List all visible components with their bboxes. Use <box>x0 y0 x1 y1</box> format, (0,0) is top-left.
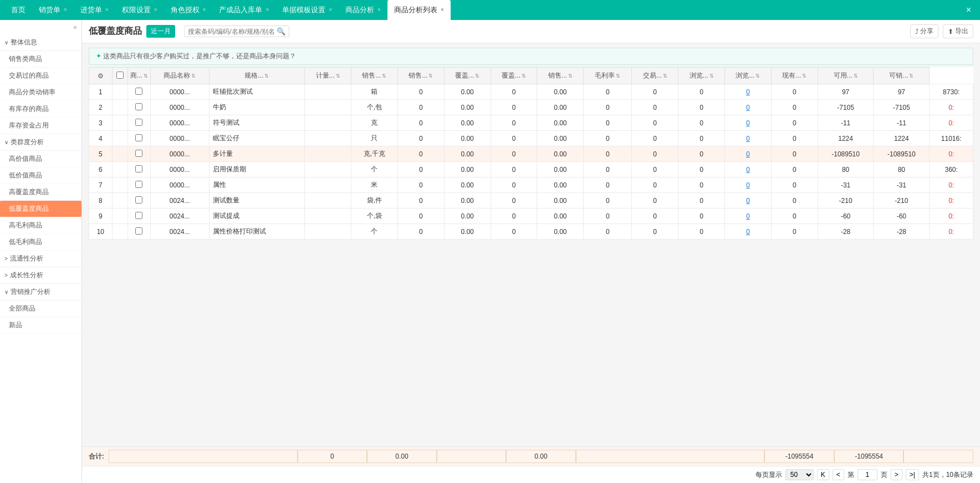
sidebar-item-in-stock[interactable]: 有库存的商品 <box>0 101 81 118</box>
row-settings[interactable] <box>112 193 127 209</box>
row-checkbox[interactable] <box>135 150 142 157</box>
per-page-select[interactable]: 50 10 20 100 <box>785 469 814 480</box>
row-settings[interactable] <box>112 209 127 224</box>
table-container[interactable]: ⚙ 商...⇅ 商品名称⇅ 规格...⇅ 计量...⇅ 销售...⇅ 销售...… <box>89 67 973 446</box>
sidebar-item-high-value[interactable]: 高价值商品 <box>0 151 81 167</box>
row-settings[interactable] <box>112 162 127 177</box>
sidebar-toggle[interactable]: « <box>0 20 81 34</box>
search-icon[interactable]: 🔍 <box>277 27 285 35</box>
nav-template[interactable]: 单据模板设置 × <box>275 0 339 20</box>
row-settings[interactable] <box>112 84 127 100</box>
row-checkbox[interactable] <box>135 212 142 219</box>
col-trans[interactable]: 交易...⇅ <box>632 68 678 84</box>
sidebar-section-growth[interactable]: > 成长性分析 <box>0 267 81 284</box>
row-browse1[interactable]: 0 <box>724 115 771 131</box>
row-check[interactable] <box>127 209 150 224</box>
select-all-checkbox[interactable] <box>116 72 124 79</box>
row-check[interactable] <box>127 100 150 115</box>
col-saleable[interactable]: 可销...⇅ <box>874 68 930 84</box>
nav-roles-close[interactable]: × <box>203 0 206 20</box>
sidebar-item-traded-goods[interactable]: 交易过的商品 <box>0 68 81 84</box>
row-check[interactable] <box>127 193 150 209</box>
row-browse1[interactable]: 0 <box>724 162 771 177</box>
col-sales-amt[interactable]: 销售...⇅ <box>397 68 444 84</box>
search-input[interactable] <box>188 28 277 35</box>
row-checkbox[interactable] <box>135 181 142 188</box>
col-available[interactable]: 可用...⇅ <box>818 68 874 84</box>
row-browse1[interactable]: 0 <box>724 177 771 193</box>
date-filter-button[interactable]: 近一月 <box>146 25 175 38</box>
col-gross[interactable]: 毛利率⇅ <box>584 68 632 84</box>
row-checkbox[interactable] <box>135 196 142 204</box>
row-check[interactable] <box>127 115 150 131</box>
nav-inventory-close[interactable]: × <box>266 0 269 20</box>
row-browse1[interactable]: 0 <box>724 100 771 115</box>
row-browse1[interactable]: 0 <box>724 131 771 146</box>
nav-sales-close[interactable]: × <box>64 0 67 20</box>
row-checkbox[interactable] <box>135 165 142 172</box>
nav-analysis[interactable]: 商品分析 × <box>339 0 387 20</box>
row-check[interactable] <box>127 146 150 162</box>
col-cover2[interactable]: 覆盖...⇅ <box>491 68 537 84</box>
col-sales2[interactable]: 销售...⇅ <box>537 68 584 84</box>
nav-template-close[interactable]: × <box>329 0 332 20</box>
sidebar-section-marketing[interactable]: ∨ 营销推广分析 <box>0 284 81 301</box>
col-sales-qty[interactable]: 销售...⇅ <box>351 68 397 84</box>
first-page-button[interactable]: K <box>817 469 829 480</box>
row-settings[interactable] <box>112 115 127 131</box>
nav-inventory[interactable]: 产成品入库单 × <box>212 0 275 20</box>
sidebar-section-overall[interactable]: ∨ 整体信息 <box>0 34 81 51</box>
col-current[interactable]: 现有...⇅ <box>771 68 818 84</box>
window-close-button[interactable]: × <box>962 5 976 15</box>
prev-page-button[interactable]: < <box>833 469 844 480</box>
page-input[interactable] <box>858 469 877 480</box>
row-settings[interactable] <box>112 146 127 162</box>
row-checkbox[interactable] <box>135 119 142 126</box>
sidebar-item-category-rate[interactable]: 商品分类动销率 <box>0 84 81 101</box>
nav-analysis-close[interactable]: × <box>377 0 381 20</box>
row-settings[interactable] <box>112 224 127 240</box>
nav-permissions[interactable]: 权限设置 × <box>115 0 164 20</box>
row-checkbox[interactable] <box>135 134 142 141</box>
sidebar-item-high-margin[interactable]: 高毛利商品 <box>0 217 81 234</box>
row-browse1[interactable]: 0 <box>724 209 771 224</box>
row-checkbox[interactable] <box>135 88 142 95</box>
export-button[interactable]: ⬆ 导出 <box>943 24 973 38</box>
sidebar-item-low-coverage[interactable]: 低覆盖度商品 <box>0 201 81 217</box>
next-page-button[interactable]: > <box>891 469 902 480</box>
nav-home[interactable]: 首页 <box>4 0 32 20</box>
row-browse1[interactable]: 0 <box>724 224 771 240</box>
sidebar-item-low-value[interactable]: 低价值商品 <box>0 167 81 184</box>
row-check[interactable] <box>127 162 150 177</box>
sidebar-section-cluster[interactable]: ∨ 类群度分析 <box>0 134 81 151</box>
nav-purchase[interactable]: 进货单 × <box>74 0 115 20</box>
row-settings[interactable] <box>112 131 127 146</box>
row-browse1[interactable]: 0 <box>724 84 771 100</box>
sidebar-item-sales-goods[interactable]: 销售类商品 <box>0 51 81 68</box>
nav-analysis-list[interactable]: 商品分析列表 × <box>387 0 451 20</box>
col-browse1[interactable]: 浏览...⇅ <box>678 68 725 84</box>
col-name[interactable]: 商品名称⇅ <box>150 68 209 84</box>
row-checkbox[interactable] <box>135 103 142 110</box>
nav-analysis-list-close[interactable]: × <box>441 0 444 20</box>
sidebar-item-low-margin[interactable]: 低毛利商品 <box>0 234 81 251</box>
col-spec[interactable]: 规格...⇅ <box>209 68 304 84</box>
last-page-button[interactable]: >| <box>906 469 919 480</box>
sidebar-section-liquidity[interactable]: > 流通性分析 <box>0 251 81 267</box>
row-check[interactable] <box>127 131 150 146</box>
row-checkbox[interactable] <box>135 227 142 235</box>
col-browse2[interactable]: 浏览...⇅ <box>724 68 771 84</box>
sidebar-item-capital[interactable]: 库存资金占用 <box>0 118 81 134</box>
row-check[interactable] <box>127 224 150 240</box>
col-cover1[interactable]: 覆盖...⇅ <box>444 68 491 84</box>
sidebar-item-high-coverage[interactable]: 高覆盖度商品 <box>0 184 81 201</box>
nav-purchase-close[interactable]: × <box>105 0 109 20</box>
nav-roles[interactable]: 角色授权 × <box>164 0 213 20</box>
row-check[interactable] <box>127 177 150 193</box>
row-browse1[interactable]: 0 <box>724 193 771 209</box>
col-settings[interactable]: ⚙ <box>89 68 113 84</box>
row-settings[interactable] <box>112 177 127 193</box>
row-check[interactable] <box>127 84 150 100</box>
col-code[interactable]: 商...⇅ <box>127 68 150 84</box>
row-browse1[interactable]: 0 <box>724 146 771 162</box>
